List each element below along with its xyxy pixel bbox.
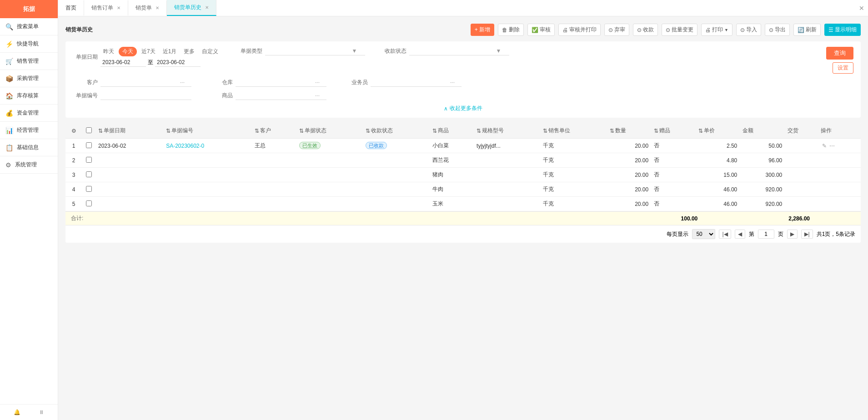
th-customer[interactable]: ⇅客户: [252, 123, 296, 139]
th-docstatus[interactable]: ⇅单据状态: [296, 123, 363, 139]
page-number-input[interactable]: [758, 230, 774, 239]
staff-dots[interactable]: ···: [450, 79, 455, 85]
row-checkbox[interactable]: [86, 157, 92, 163]
tab-home[interactable]: 首页: [58, 0, 84, 15]
row-checkbox[interactable]: [86, 200, 92, 206]
tab-sales-goods[interactable]: 销货单 ✕: [128, 0, 167, 15]
per-page-select[interactable]: 50 100 200: [692, 229, 715, 239]
collapse-button[interactable]: ∧ 收起更多条件: [73, 103, 853, 112]
row-docno[interactable]: [163, 182, 252, 197]
docno-input[interactable]: [100, 91, 191, 100]
tab-sales-order[interactable]: 销售订单 ✕: [84, 0, 128, 15]
review-print-button[interactable]: 🖨 审核并打印: [558, 24, 601, 36]
th-spec[interactable]: ⇅规格型号: [474, 123, 540, 139]
sidebar-item-base-info[interactable]: 📋 基础信息: [0, 139, 58, 156]
th-gear[interactable]: ⚙: [65, 123, 82, 139]
row-checkbox[interactable]: [86, 171, 92, 177]
th-goods[interactable]: ⇅商品: [430, 123, 474, 139]
customer-input[interactable]: [100, 78, 180, 86]
row-actions: [818, 197, 861, 211]
customer-dots[interactable]: ···: [180, 79, 185, 85]
collect-dropdown-icon[interactable]: ▼: [496, 48, 501, 54]
sidebar-item-operations[interactable]: 📊 经营管理: [0, 122, 58, 139]
row-checkbox-cell[interactable]: [82, 168, 95, 182]
row-checkbox[interactable]: [86, 186, 92, 192]
doctype-dropdown-icon[interactable]: ▼: [351, 48, 357, 54]
shortcut-7days[interactable]: 近7天: [139, 47, 158, 56]
th-unitprice[interactable]: ⇅单价: [696, 123, 740, 139]
edit-action-button[interactable]: ✎: [821, 142, 828, 150]
th-docno[interactable]: ⇅单据编号: [163, 123, 252, 139]
doctype-label: 单据类型: [237, 47, 262, 55]
sidebar-item-finance[interactable]: 💰 资金管理: [0, 105, 58, 122]
warehouse-dots[interactable]: ···: [315, 79, 320, 85]
row-docno[interactable]: SA-20230602-0: [163, 139, 252, 153]
row-docno[interactable]: [163, 197, 252, 211]
row-amount: 920.00: [740, 197, 785, 211]
shortcut-custom[interactable]: 自定义: [199, 47, 221, 56]
row-checkbox-cell[interactable]: [82, 197, 95, 211]
tab-sales-order-close[interactable]: ✕: [117, 5, 120, 10]
sidebar-item-sys[interactable]: ⚙ 系统管理: [0, 156, 58, 174]
delete-button[interactable]: 🗑 删除: [498, 24, 524, 36]
new-button[interactable]: + 新增: [471, 24, 494, 36]
tab-sales-history-close[interactable]: ✕: [205, 5, 209, 10]
collect-button[interactable]: ⊙ 收款: [633, 24, 658, 36]
row-checkbox-cell[interactable]: [82, 182, 95, 197]
row-collectstatus: [363, 168, 429, 182]
first-page-button[interactable]: |◀: [719, 230, 731, 239]
th-collectstatus[interactable]: ⇅收款状态: [363, 123, 429, 139]
print-button[interactable]: 🖨 打印 ▼: [701, 24, 733, 36]
shortcut-yesterday[interactable]: 昨天: [100, 47, 117, 56]
row-docno[interactable]: [163, 153, 252, 168]
sidebar-item-search-menu[interactable]: 🔍 搜索菜单: [0, 18, 58, 35]
staff-input[interactable]: [371, 78, 450, 86]
abandon-button[interactable]: ⊙ 弃审: [604, 24, 629, 36]
row-checkbox-cell[interactable]: [82, 139, 95, 153]
sidebar-item-purchase[interactable]: 📦 采购管理: [0, 70, 58, 87]
shortcut-1month[interactable]: 近1月: [160, 47, 180, 56]
gear-icon[interactable]: ⚙: [71, 128, 76, 134]
window-close-icon[interactable]: ✕: [859, 5, 864, 12]
review-button[interactable]: ✅ 审核: [527, 24, 555, 36]
show-detail-button[interactable]: ☰ 显示明细: [824, 24, 861, 36]
batch-change-button[interactable]: ⊙ 批量变更: [662, 24, 697, 36]
sidebar-item-sales[interactable]: 🛒 销售管理: [0, 53, 58, 70]
sidebar-item-inventory[interactable]: 🏠 库存核算: [0, 87, 58, 105]
doctype-input[interactable]: [265, 47, 351, 55]
prev-page-button[interactable]: ◀: [735, 230, 745, 239]
shortcut-more[interactable]: 更多: [181, 47, 197, 56]
notification-icon[interactable]: 🔔: [14, 409, 20, 415]
goods-dots[interactable]: ···: [315, 92, 320, 99]
th-date[interactable]: ⇅单据日期: [95, 123, 163, 139]
date-from-input[interactable]: [100, 58, 146, 67]
th-docstatus-sort-icon: ⇅: [299, 128, 304, 134]
shortcut-today[interactable]: 今天: [119, 47, 137, 56]
goods-input[interactable]: [236, 91, 315, 100]
sidebar-item-quick-nav[interactable]: ⚡ 快捷导航: [0, 35, 58, 53]
date-shortcuts: 昨天 今天 近7天 近1月 更多 自定义: [100, 47, 221, 56]
th-gift[interactable]: ⇅赠品: [651, 123, 696, 139]
tab-sales-goods-close[interactable]: ✕: [156, 5, 159, 10]
row-checkbox-cell[interactable]: [82, 153, 95, 168]
select-all-checkbox[interactable]: [86, 127, 92, 133]
export-button[interactable]: ⊙ 导出: [765, 24, 790, 36]
pause-icon[interactable]: ⏸: [39, 409, 44, 415]
last-page-button[interactable]: ▶|: [801, 230, 813, 239]
th-checkbox[interactable]: [82, 123, 95, 139]
more-action-button[interactable]: ⋯: [828, 142, 836, 150]
warehouse-input[interactable]: [236, 78, 315, 86]
collect-status-badge: 已收款: [366, 142, 387, 149]
row-docno[interactable]: [163, 168, 252, 182]
next-page-button[interactable]: ▶: [787, 230, 798, 239]
import-button[interactable]: ⊙ 导入: [736, 24, 761, 36]
collect-input[interactable]: [409, 47, 496, 55]
refresh-button[interactable]: 🔄 刷新: [793, 24, 821, 36]
setting-button[interactable]: 设置: [833, 62, 853, 74]
th-qty[interactable]: ⇅数量: [607, 123, 652, 139]
tab-sales-history[interactable]: 销货单历史 ✕: [167, 0, 216, 16]
th-unit[interactable]: ⇅销售单位: [540, 123, 607, 139]
query-button[interactable]: 查询: [826, 47, 853, 60]
date-to-input[interactable]: [155, 58, 201, 67]
row-checkbox[interactable]: [86, 142, 92, 148]
